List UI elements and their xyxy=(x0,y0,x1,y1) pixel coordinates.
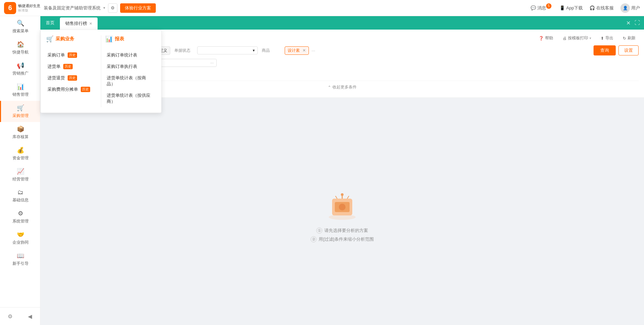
dropdown-item-goods-by-supplier[interactable]: 进货单统计表（按供应商） xyxy=(105,90,156,107)
funds-icon: 💰 xyxy=(17,147,24,154)
svg-point-3 xyxy=(339,204,346,210)
empty-illustration xyxy=(322,189,362,222)
goods-tag-area: 设计素 ✕ ··· xyxy=(285,46,315,55)
user-menu[interactable]: 👤 用户 xyxy=(620,3,640,13)
svg-line-6 xyxy=(335,196,337,199)
history-tag-0: 历史 xyxy=(68,52,77,58)
topbar-right: 💬 消息 5 📱 App下载 🎧 在线客服 👤 用户 xyxy=(531,3,640,13)
system-title-dropdown-icon[interactable]: ▾ xyxy=(103,6,105,10)
sidebar-item-system[interactable]: ⚙ 系统管理 xyxy=(0,206,40,228)
dropdown-item-po-exec[interactable]: 采购订单执行表 xyxy=(105,61,156,72)
sidebar-item-purchase[interactable]: 🛒 采购管理 xyxy=(0,101,40,122)
system-title-area: 装备及固定资产辅助管理系统 ▾ ⚙ 体验行业方案 xyxy=(44,3,531,13)
tab-bar: 首页 销售排行榜 ✕ ✕ ⛶ xyxy=(40,16,644,30)
toolbar-right: ❓ 帮助 🖨 按模板打印 ▾ ⬆ 导出 ↻ 刷新 xyxy=(536,34,639,43)
phone-icon: 📱 xyxy=(560,5,565,10)
dropdown-divider xyxy=(101,35,101,107)
online-service-button[interactable]: 🎧 在线客服 xyxy=(589,5,614,11)
home-icon: 🏠 xyxy=(17,41,24,48)
sales-icon: 📊 xyxy=(17,83,24,90)
report-section-icon: 📊 xyxy=(105,35,113,43)
history-tag-2: 历史 xyxy=(68,75,77,81)
purchase-icon: 🛒 xyxy=(17,104,24,112)
corp-icon: 🤝 xyxy=(17,231,24,238)
goods-more-dots[interactable]: ··· xyxy=(312,48,315,53)
goods-tag-close[interactable]: ✕ xyxy=(302,48,306,53)
salesperson-dots[interactable]: ··· xyxy=(210,60,214,65)
sidebar-item-corp[interactable]: 🤝 企业协同 xyxy=(0,228,40,249)
sidebar-item-basic[interactable]: 🗂 基础信息 xyxy=(0,186,40,206)
history-tag-3: 历史 xyxy=(81,87,90,92)
tab-expand-button[interactable]: ⛶ xyxy=(633,18,641,27)
sidebar-item-funds[interactable]: 💰 资金管理 xyxy=(0,143,40,164)
refresh-icon: ↻ xyxy=(623,36,626,41)
logo: 6 畅捷通好生意 标准版 xyxy=(4,2,41,14)
goods-tag[interactable]: 设计素 ✕ xyxy=(285,46,309,55)
sidebar-item-operation[interactable]: 📈 经营管理 xyxy=(0,164,40,186)
headset-icon: 🎧 xyxy=(589,5,595,10)
report-col: 📊 报表 采购订单统计表 采购订单执行表 进货单统计表（按商品） 进货单统计表（… xyxy=(105,35,156,107)
sidebar-item-guide[interactable]: 📖 新手引导 xyxy=(0,249,40,270)
history-tag-1: 历史 xyxy=(63,64,73,69)
tab-home[interactable]: 首页 xyxy=(40,16,60,30)
dropdown-item-goods-return[interactable]: 进货退货 历史 xyxy=(46,72,97,84)
avatar: 👤 xyxy=(620,3,630,13)
empty-svg xyxy=(322,189,362,222)
industry-button[interactable]: 体验行业方案 xyxy=(120,3,156,13)
message-icon: 💬 xyxy=(531,5,536,10)
tab-close-button[interactable]: ✕ xyxy=(625,18,632,28)
sidebar: 🔍 搜索菜单 🏠 快捷导航 📢 营销推广 📊 销售管理 🛒 采购管理 📦 库存核… xyxy=(0,16,40,325)
sidebar-item-nav[interactable]: 🏠 快捷导航 xyxy=(0,37,40,58)
sidebar-collapse-button[interactable]: ◀ xyxy=(25,311,35,322)
salesperson-select[interactable]: ··· xyxy=(156,59,217,67)
help-button[interactable]: ❓ 帮助 xyxy=(536,34,556,43)
export-icon: ⬆ xyxy=(601,36,604,41)
empty-state: ① 请先选择要分析的方案 ② 用[过滤]条件来缩小分析范围 xyxy=(40,98,644,325)
logo-icon: 6 xyxy=(4,2,16,14)
topbar-settings-button[interactable]: ⚙ xyxy=(108,3,117,13)
operation-icon: 📈 xyxy=(17,168,24,175)
refresh-button[interactable]: ↻ 刷新 xyxy=(620,34,639,43)
query-button[interactable]: 查询 xyxy=(594,45,616,55)
purchase-col-header: 🛒 采购业务 xyxy=(46,35,97,45)
dropdown-item-goods-by-product[interactable]: 进货单统计表（按商品） xyxy=(105,72,156,90)
sidebar-bottom: ⚙ ◀ xyxy=(0,307,40,325)
select-dropdown-icon: ▾ xyxy=(253,48,255,53)
sidebar-item-marketing[interactable]: 📢 营销推广 xyxy=(0,58,40,80)
message-badge: 5 xyxy=(546,3,551,9)
settings-button[interactable]: 设置 xyxy=(618,45,639,55)
system-title: 装备及固定资产辅助管理系统 xyxy=(44,5,101,11)
doc-status-filter: 单据状态 ▾ xyxy=(174,46,258,54)
dropdown-item-po-stats[interactable]: 采购订单统计表 xyxy=(105,49,156,61)
guide-icon: 📖 xyxy=(17,252,24,259)
goods-filter: 商品 设计素 ✕ ··· xyxy=(262,46,315,55)
svg-line-7 xyxy=(347,196,349,199)
sidebar-item-inventory[interactable]: 📦 库存核算 xyxy=(0,122,40,143)
tab-close-icon[interactable]: ✕ xyxy=(89,22,92,26)
purchase-col: 🛒 采购业务 采购订单 历史 进货单 历史 进货退货 历史 采购费用分摊单 历史 xyxy=(46,35,97,107)
hint-2: ② 用[过滤]条件来缩小分析范围 xyxy=(311,236,373,242)
sidebar-item-sales[interactable]: 📊 销售管理 xyxy=(0,80,40,101)
sidebar-settings-button[interactable]: ⚙ xyxy=(5,311,15,322)
tab-sales-rank[interactable]: 销售排行榜 ✕ xyxy=(60,17,98,30)
messages-button[interactable]: 💬 消息 5 xyxy=(531,5,553,11)
doc-status-select[interactable]: ▾ xyxy=(197,46,258,54)
marketing-icon: 📢 xyxy=(17,62,24,69)
sidebar-item-search[interactable]: 🔍 搜索菜单 xyxy=(0,16,40,37)
purchase-section-icon: 🛒 xyxy=(46,35,53,43)
dropdown-item-purchase-expense[interactable]: 采购费用分摊单 历史 xyxy=(46,84,97,95)
system-icon: ⚙ xyxy=(18,210,23,217)
app-download-button[interactable]: 📱 App下载 xyxy=(560,5,583,11)
inventory-icon: 📦 xyxy=(17,125,24,133)
print-button[interactable]: 🖨 按模板打印 ▾ xyxy=(560,34,594,43)
report-col-header: 📊 报表 xyxy=(105,35,156,45)
svg-point-5 xyxy=(341,193,344,196)
help-icon: ❓ xyxy=(539,36,544,41)
logo-text: 畅捷通好生意 标准版 xyxy=(18,3,40,12)
basic-icon: 🗂 xyxy=(17,189,24,196)
print-icon: 🖨 xyxy=(563,36,567,41)
dropdown-item-goods-receipt[interactable]: 进货单 历史 xyxy=(46,61,97,72)
print-dropdown-icon[interactable]: ▾ xyxy=(589,36,591,40)
export-button[interactable]: ⬆ 导出 xyxy=(598,34,616,43)
dropdown-item-purchase-order[interactable]: 采购订单 历史 xyxy=(46,49,97,61)
